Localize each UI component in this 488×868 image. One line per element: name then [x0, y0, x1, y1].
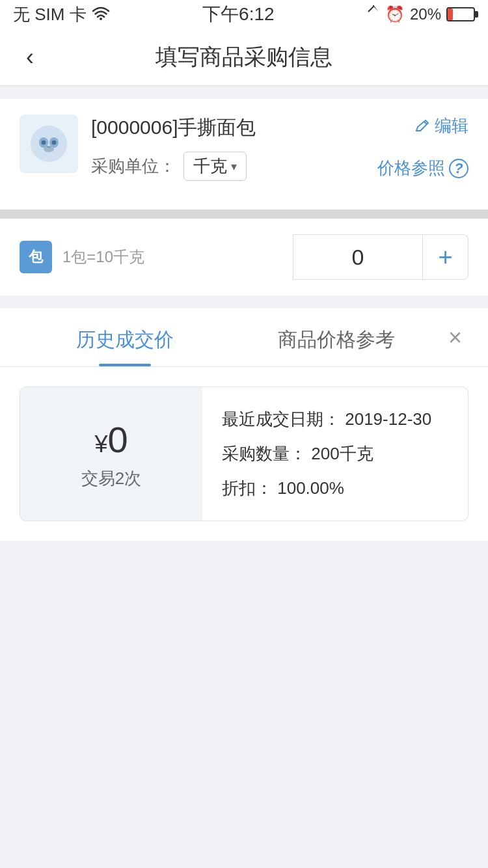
- edit-button[interactable]: 编辑: [414, 115, 468, 137]
- status-bar: 无 SIM 卡 下午6:12 ⏰ 20%: [0, 0, 488, 29]
- purchase-quantity-label: 采购数量：: [222, 444, 306, 463]
- tabs-row: 历史成交价 商品价格参考 ×: [0, 308, 488, 367]
- quantity-input[interactable]: [293, 234, 423, 280]
- purchase-quantity-value: 200千克: [311, 444, 373, 463]
- battery-percent: 20%: [410, 5, 441, 23]
- quantity-unit-info: 包 1包=10千克: [20, 241, 144, 273]
- yen-symbol: ¥: [94, 431, 107, 457]
- status-right: ⏰ 20%: [367, 5, 475, 23]
- chevron-down-icon: ▾: [231, 159, 237, 174]
- recent-date-label: 最近成交日期：: [222, 409, 340, 429]
- increment-button[interactable]: +: [423, 234, 468, 280]
- edit-label: 编辑: [435, 115, 468, 137]
- product-thumbnail: [20, 115, 78, 173]
- discount-value: 100.00%: [277, 478, 344, 498]
- time-display: 下午6:12: [202, 2, 275, 27]
- purchase-quantity-row: 采购数量： 200千克: [222, 441, 448, 467]
- product-unit-row: 采购单位： 千克 ▾: [91, 152, 256, 181]
- price-ref-button[interactable]: 价格参照 ?: [377, 157, 468, 180]
- svg-point-0: [100, 18, 102, 20]
- nav-bar: ‹ 填写商品采购信息: [0, 29, 488, 86]
- divider: [0, 210, 488, 219]
- svg-point-5: [52, 141, 57, 145]
- transaction-summary: ¥0 交易2次: [20, 387, 202, 521]
- unit-label: 采购单位：: [91, 155, 176, 178]
- price-ref-label: 价格参照: [377, 157, 445, 180]
- product-info: [0000006]手撕面包 采购单位： 千克 ▾: [91, 115, 256, 181]
- back-button[interactable]: ‹: [20, 37, 40, 77]
- product-header: [0000006]手撕面包 采购单位： 千克 ▾ 编辑 价格参照: [20, 115, 468, 181]
- svg-point-1: [31, 126, 67, 162]
- pack-unit-icon: 包: [20, 241, 52, 273]
- tab-history-price-label: 历史成交价: [76, 329, 174, 350]
- tab-history-price[interactable]: 历史成交价: [20, 308, 230, 366]
- tab-product-price-ref-label: 商品价格参考: [278, 329, 395, 350]
- transaction-count: 交易2次: [81, 467, 141, 490]
- transaction-price: ¥0: [94, 418, 128, 461]
- svg-point-4: [42, 141, 46, 145]
- discount-label: 折扣：: [222, 478, 273, 498]
- transaction-details: 最近成交日期： 2019-12-30 采购数量： 200千克 折扣： 100.0…: [202, 387, 468, 521]
- unit-conversion: 1包=10千克: [62, 247, 144, 267]
- product-card: [0000006]手撕面包 采购单位： 千克 ▾ 编辑 价格参照: [0, 99, 488, 210]
- wifi-icon: [92, 5, 110, 25]
- product-left: [0000006]手撕面包 采购单位： 千克 ▾: [20, 115, 256, 181]
- recent-date-value: 2019-12-30: [345, 409, 431, 429]
- unit-select[interactable]: 千克 ▾: [183, 152, 247, 181]
- status-left: 无 SIM 卡: [13, 3, 110, 26]
- discount-row: 折扣： 100.00%: [222, 476, 448, 501]
- tab-product-price-ref[interactable]: 商品价格参考: [230, 308, 441, 366]
- info-icon: ?: [449, 159, 468, 178]
- transaction-list: ¥0 交易2次 最近成交日期： 2019-12-30 采购数量： 200千克 折…: [0, 367, 488, 541]
- price-value: 0: [107, 419, 128, 460]
- svg-point-6: [44, 146, 54, 152]
- battery-icon: [446, 7, 475, 21]
- quantity-row: 包 1包=10千克 +: [0, 219, 488, 295]
- bottom-panel: 历史成交价 商品价格参考 × ¥0 交易2次 最近成交日期： 2019-12-3…: [0, 308, 488, 541]
- location-icon: [367, 5, 380, 23]
- page-title: 填写商品采购信息: [156, 42, 332, 72]
- recent-date-row: 最近成交日期： 2019-12-30: [222, 407, 448, 432]
- alarm-icon: ⏰: [385, 5, 405, 23]
- unit-value: 千克: [193, 155, 227, 178]
- close-button[interactable]: ×: [442, 318, 468, 358]
- quantity-input-group: +: [293, 234, 468, 280]
- transaction-card: ¥0 交易2次 最近成交日期： 2019-12-30 采购数量： 200千克 折…: [20, 387, 468, 521]
- product-name: [0000006]手撕面包: [91, 115, 256, 141]
- sim-text: 无 SIM 卡: [13, 3, 87, 26]
